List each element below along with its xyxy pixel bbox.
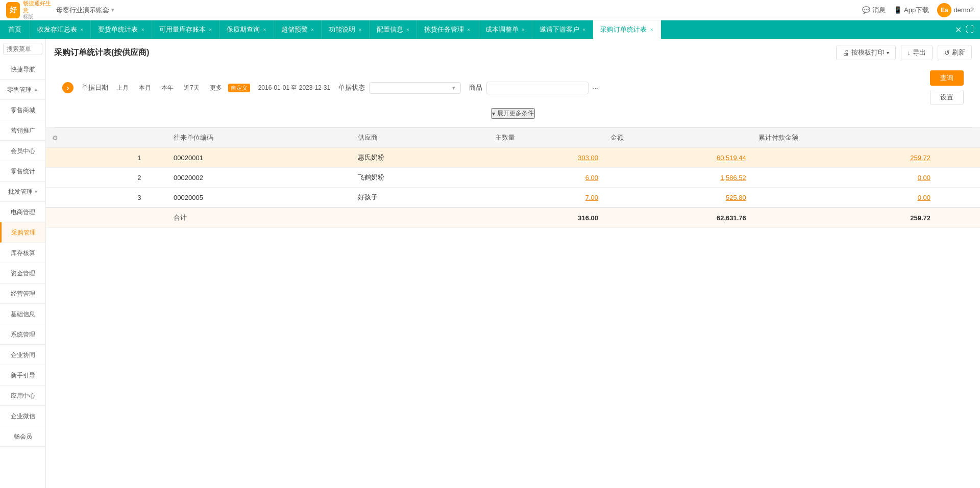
table-body: 1 00020001 惠氏奶粉 303.00 60,519.44 259.72 … [46,148,980,208]
tab-receive-summary[interactable]: 收发存汇总表 × [30,20,91,39]
sidebar-item-system-mgmt[interactable]: 系统管理 [0,324,45,345]
close-tab-overstock[interactable]: × [311,27,314,33]
data-table: ⚙ 往来单位编码 供应商 主数量 金额 累计付款金额 1 [46,128,980,228]
row-num: 2 [111,168,167,188]
print-button[interactable]: 🖨 按模板打印 ▾ [836,45,896,60]
sidebar-item-operations-mgmt[interactable]: 经营管理 [0,284,45,304]
close-tab-purchase-summary[interactable]: × [650,27,653,33]
sidebar-item-ecommerce-mgmt[interactable]: 电商管理 [0,202,45,222]
tab-invite-downstream[interactable]: 邀请下游客户 × [532,20,593,39]
supplier-code: 00020001 [167,148,352,168]
close-tab-picking[interactable]: × [467,27,470,33]
sidebar-item-vip-member[interactable]: 畅会员 [0,426,45,447]
sidebar-item-purchase-mgmt[interactable]: 采购管理 [0,222,45,243]
settings-button[interactable]: 设置 [930,90,964,105]
sidebar-item-retail-stats[interactable]: 零售统计 [0,161,45,182]
tab-function-desc[interactable]: 功能说明 × [322,20,369,39]
table-row[interactable]: 1 00020001 惠氏奶粉 303.00 60,519.44 259.72 [46,148,980,168]
tab-requisition-summary[interactable]: 要货单统计表 × [91,20,152,39]
footer-label: 合计 [167,208,352,228]
tab-available-stock[interactable]: 可用量库存账本 × [152,20,219,39]
date-more-button[interactable]: 更多 [206,83,226,93]
table-row[interactable]: 2 00020002 飞鹤奶粉 6.00 1,586.52 0.00 [46,168,980,188]
close-tab-available-stock[interactable]: × [209,27,212,33]
sidebar-item-stock-check[interactable]: 库存核算 [0,243,45,263]
sidebar-item-finance-mgmt[interactable]: 资金管理 [0,263,45,284]
paid-amount[interactable]: 259.72 [752,148,937,168]
export-button[interactable]: ↓ 导出 [901,45,933,60]
page-title: 采购订单统计表(按供应商) [54,47,150,58]
workspace-selector[interactable]: 母婴行业演示账套 ▾ [56,6,114,15]
tab-shelf-life[interactable]: 保质期查询 × [219,20,274,39]
tab-overstock-warning[interactable]: 超储预警 × [274,20,322,39]
export-icon: ↓ [908,49,911,57]
amount[interactable]: 60,519.44 [604,148,752,168]
sidebar-item-enterprise-coop[interactable]: 企业协同 [0,345,45,365]
date-last-month-button[interactable]: 上月 [112,83,133,93]
date-range-display: 2016-01-01 至 2023-12-31 [258,84,330,92]
workspace-arrow-icon: ▾ [111,7,114,13]
sidebar-item-retail-store[interactable]: 零售商城 [0,100,45,120]
column-settings-icon[interactable]: ⚙ [52,134,58,142]
amount[interactable]: 1,586.52 [604,168,752,188]
content-area: 采购订单统计表(按供应商) 🖨 按模板打印 ▾ ↓ 导出 ↺ 刷新 [46,39,980,488]
sidebar-item-quick-nav[interactable]: 快捷导航 [0,59,45,80]
col-paid-amount: 累计付款金额 [752,128,937,148]
paid-amount[interactable]: 0.00 [752,188,937,208]
supplier-name: 飞鹤奶粉 [352,168,489,188]
tab-picking-task[interactable]: 拣货任务管理 × [417,20,478,39]
refresh-button[interactable]: ↺ 刷新 [938,45,972,60]
search-input[interactable] [3,43,42,55]
close-tab-invite[interactable]: × [582,27,585,33]
table-row[interactable]: 3 00020005 好孩子 7.00 525.80 0.00 [46,188,980,208]
status-select[interactable]: ▾ [369,82,461,94]
sidebar-item-app-center[interactable]: 应用中心 [0,386,45,406]
supplier-code: 00020005 [167,188,352,208]
amount[interactable]: 525.80 [604,188,752,208]
tab-purchase-summary[interactable]: 采购订单统计表 × [593,20,660,39]
date-this-month-button[interactable]: 本月 [135,83,155,93]
sidebar-item-member-center[interactable]: 会员中心 [0,141,45,161]
row-settings-icon [46,148,111,168]
date-last-7days-button[interactable]: 近7天 [180,83,204,93]
quantity[interactable]: 303.00 [489,148,604,168]
print-icon: 🖨 [843,49,849,57]
tab-cost-adjust[interactable]: 成本调整单 × [478,20,532,39]
sidebar-item-basic-info[interactable]: 基础信息 [0,304,45,324]
user-profile[interactable]: Ea demo2 [937,3,974,17]
close-tab-config[interactable]: × [406,27,409,33]
query-settings-area: 查询 设置 [930,70,964,105]
close-tab-receive-summary[interactable]: × [80,27,83,33]
row-settings-icon [46,168,111,188]
paid-amount[interactable]: 0.00 [752,168,937,188]
filter-toggle-button[interactable]: › [62,82,74,93]
sidebar-item-enterprise-wechat[interactable]: 企业微信 [0,406,45,426]
fullscreen-button[interactable]: ⛶ [966,25,974,34]
date-range-item: 2016-01-01 至 2023-12-31 [258,84,330,92]
goods-filter-input[interactable] [486,82,589,94]
sidebar-item-new-guide[interactable]: 新手引导 [0,365,45,386]
close-tab-requisition[interactable]: × [141,27,144,33]
quantity[interactable]: 7.00 [489,188,604,208]
quantity[interactable]: 6.00 [489,168,604,188]
close-all-tabs-button[interactable]: ✕ [955,25,962,35]
close-tab-shelf-life[interactable]: × [263,27,266,33]
app-download-button[interactable]: 📱 App下载 [894,6,929,15]
row-num: 3 [111,188,167,208]
sidebar-item-retail-mgmt[interactable]: 零售管理 ▲ [0,80,45,100]
sidebar-item-wholesale-mgmt[interactable]: 批发管理 ▾ [0,182,45,202]
sidebar-item-marketing[interactable]: 营销推广 [0,120,45,141]
tab-config-info[interactable]: 配置信息 × [370,20,417,39]
tab-home[interactable]: 首页 [0,20,30,39]
query-button[interactable]: 查询 [930,70,964,86]
expand-conditions-button[interactable]: ▾ 展开更多条件 [491,108,535,119]
row-num: 1 [111,148,167,168]
col-spacer [937,128,980,148]
goods-filter-more-button[interactable]: ··· [593,84,598,92]
close-tab-function[interactable]: × [358,27,361,33]
footer-quantity: 316.00 [489,208,604,228]
page-actions: 🖨 按模板打印 ▾ ↓ 导出 ↺ 刷新 [836,45,972,60]
close-tab-cost[interactable]: × [522,27,525,33]
message-button[interactable]: 💬 消息 [862,6,886,15]
date-this-year-button[interactable]: 本年 [157,83,178,93]
